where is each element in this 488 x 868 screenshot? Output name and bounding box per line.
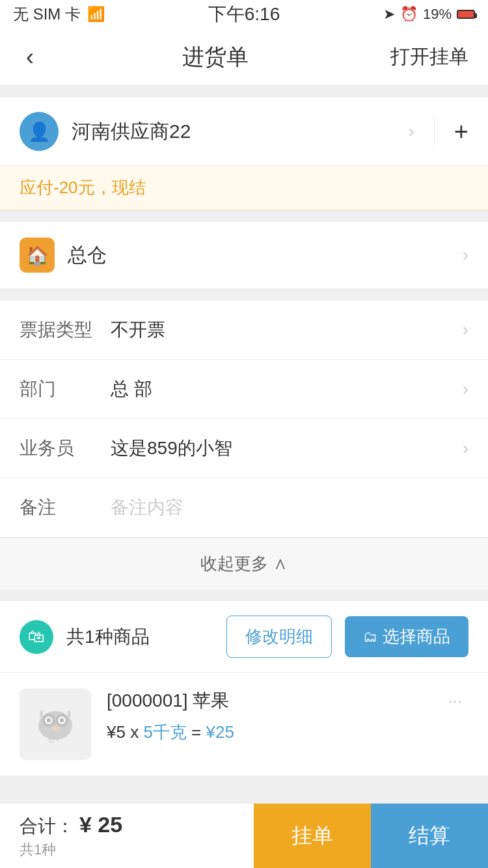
product-price: ¥5 x 5千克 = ¥25 bbox=[107, 721, 426, 744]
supplier-card: 👤 河南供应商22 › + 应付-20元，现结 bbox=[0, 98, 488, 210]
debt-notice: 应付-20元，现结 bbox=[0, 166, 488, 210]
add-supplier-button[interactable]: + bbox=[454, 118, 468, 146]
select-product-icon: 🗂 bbox=[363, 629, 377, 645]
product-more-button[interactable]: ··· bbox=[441, 688, 468, 714]
svg-point-5 bbox=[47, 718, 51, 722]
salesperson-value: 这是859的小智 bbox=[111, 436, 463, 461]
status-right: ➤ ⏰ 19% bbox=[383, 6, 475, 23]
hang-order-button[interactable]: 挂单 bbox=[254, 804, 371, 868]
product-item: 管+ [0000001] 苹果 ¥5 x 5千克 = ¥25 ··· bbox=[0, 673, 488, 776]
section-gap-1 bbox=[0, 86, 488, 98]
products-icon: 🛍 bbox=[20, 620, 53, 654]
section-gap-4 bbox=[0, 590, 488, 601]
avatar-icon: 👤 bbox=[28, 121, 51, 142]
select-product-button[interactable]: 🗂 选择商品 bbox=[345, 616, 468, 657]
department-row[interactable]: 部门 总 部 › bbox=[0, 360, 488, 419]
quantity-value: 5千克 bbox=[143, 722, 186, 742]
product-thumbnail-owl: 管+ bbox=[29, 698, 81, 750]
remarks-label: 备注 bbox=[20, 495, 98, 520]
section-gap-3 bbox=[0, 289, 488, 301]
status-left: 无 SIM 卡 📶 bbox=[13, 4, 105, 25]
salesperson-row[interactable]: 业务员 这是859的小智 › bbox=[0, 419, 488, 478]
battery-icon bbox=[457, 10, 475, 19]
nav-bar: ‹ 进货单 打开挂单 bbox=[0, 29, 488, 86]
warehouse-row[interactable]: 🏠 总仓 › bbox=[0, 222, 488, 289]
footer: 合计： ¥ 25 共1种 挂单 结算 bbox=[0, 803, 488, 868]
total-value: ¥25 bbox=[206, 722, 234, 742]
supplier-row[interactable]: 👤 河南供应商22 › + bbox=[0, 98, 488, 166]
invoice-arrow-icon: › bbox=[463, 319, 468, 340]
product-name: [0000001] 苹果 bbox=[107, 688, 426, 713]
battery-text: 19% bbox=[423, 6, 452, 23]
svg-point-7 bbox=[52, 726, 59, 730]
cart-icon: 🛍 bbox=[28, 627, 45, 647]
warehouse-arrow-icon: › bbox=[463, 245, 468, 265]
product-count: 共1种商品 bbox=[66, 625, 213, 649]
open-pending-button[interactable]: 打开挂单 bbox=[390, 44, 468, 70]
products-header: 🛍 共1种商品 修改明细 🗂 选择商品 bbox=[0, 601, 488, 673]
edit-details-button[interactable]: 修改明细 bbox=[226, 616, 332, 658]
total-amount: ¥ 25 bbox=[79, 812, 122, 837]
footer-total-line: 合计： ¥ 25 bbox=[20, 812, 254, 839]
wifi-icon: 📶 bbox=[87, 6, 105, 23]
status-bar: 无 SIM 卡 📶 下午6:16 ➤ ⏰ 19% bbox=[0, 0, 488, 29]
section-gap-2 bbox=[0, 210, 488, 222]
page-title: 进货单 bbox=[182, 42, 249, 72]
svg-point-6 bbox=[60, 718, 64, 722]
salesperson-label: 业务员 bbox=[20, 436, 98, 461]
product-thumbnail: 管+ bbox=[20, 688, 91, 760]
form-card: 票据类型 不开票 › 部门 总 部 › 业务员 这是859的小智 › 备注 备注… bbox=[0, 301, 488, 590]
checkout-button[interactable]: 结算 bbox=[371, 804, 488, 868]
back-button[interactable]: ‹ bbox=[20, 37, 40, 77]
remarks-row[interactable]: 备注 备注内容 bbox=[0, 478, 488, 537]
invoice-type-value: 不开票 bbox=[111, 318, 463, 342]
remarks-value: 备注内容 bbox=[111, 495, 468, 520]
collapse-button[interactable]: 收起更多 ∧ bbox=[0, 537, 488, 590]
invoice-type-row[interactable]: 票据类型 不开票 › bbox=[0, 301, 488, 360]
select-product-label: 选择商品 bbox=[383, 625, 450, 648]
products-card: 🛍 共1种商品 修改明细 🗂 选择商品 管+ bbox=[0, 601, 488, 776]
warehouse-icon: 🏠 bbox=[20, 237, 55, 273]
multiply-sign: x bbox=[130, 722, 143, 742]
warehouse-name: 总仓 bbox=[68, 242, 463, 269]
equals-sign: = bbox=[191, 722, 206, 742]
invoice-type-label: 票据类型 bbox=[20, 318, 98, 342]
total-label: 合计： bbox=[20, 814, 74, 839]
warehouse-card: 🏠 总仓 › bbox=[0, 222, 488, 289]
footer-sub-label: 共1种 bbox=[20, 840, 254, 860]
status-time: 下午6:16 bbox=[208, 2, 280, 27]
supplier-divider bbox=[434, 117, 435, 146]
price-value: ¥5 bbox=[107, 722, 126, 742]
location-icon: ➤ bbox=[383, 6, 395, 23]
department-arrow-icon: › bbox=[463, 379, 468, 400]
carrier-text: 无 SIM 卡 bbox=[13, 4, 81, 25]
supplier-arrow-icon: › bbox=[408, 121, 414, 142]
svg-text:管+: 管+ bbox=[47, 735, 60, 744]
department-label: 部门 bbox=[20, 377, 98, 401]
footer-total: 合计： ¥ 25 共1种 bbox=[0, 804, 254, 868]
alarm-icon: ⏰ bbox=[400, 6, 418, 23]
product-info: [0000001] 苹果 ¥5 x 5千克 = ¥25 bbox=[107, 688, 426, 744]
salesperson-arrow-icon: › bbox=[463, 438, 468, 459]
supplier-avatar: 👤 bbox=[20, 112, 59, 151]
supplier-name: 河南供应商22 bbox=[72, 118, 408, 145]
department-value: 总 部 bbox=[111, 377, 463, 401]
